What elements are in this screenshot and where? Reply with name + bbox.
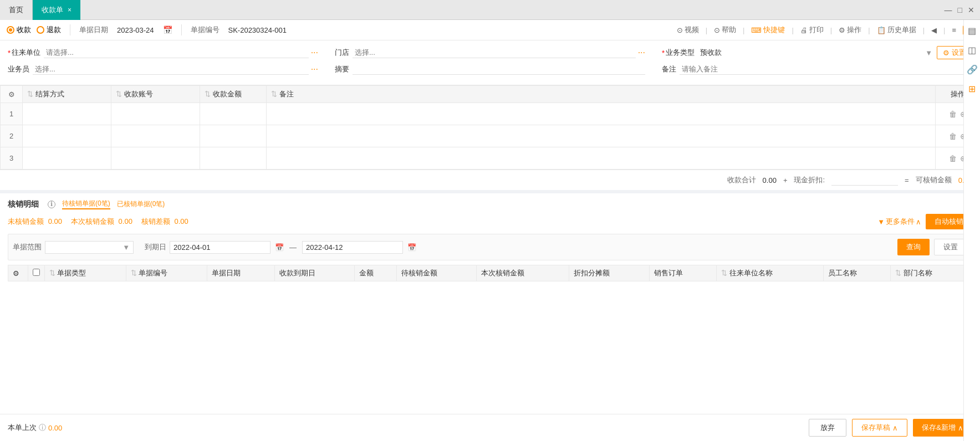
settle-cell-2[interactable]: [23, 125, 111, 147]
tab-home[interactable]: 首页: [0, 0, 33, 20]
store-input[interactable]: [353, 47, 636, 58]
done-tab[interactable]: 已核销单据(0笔): [117, 199, 165, 209]
diff-stat: 核销差额 0.00: [141, 217, 188, 227]
select-all-checkbox[interactable]: [33, 269, 40, 276]
discount-input[interactable]: [831, 175, 898, 186]
partner-more-icon[interactable]: ···: [311, 48, 318, 58]
video-btn[interactable]: ⊙ 视频: [677, 25, 699, 35]
verify-settings-btn[interactable]: 设置: [934, 239, 967, 255]
account-cell-3[interactable]: [111, 147, 200, 170]
delete-row-3-icon[interactable]: 🗑: [949, 154, 957, 163]
print-btn[interactable]: 🖨 打印: [800, 25, 824, 35]
settle-cell-1[interactable]: [23, 103, 111, 125]
receipt-table-area: ⚙ ⇅ 结算方式 ⇅ 收款账号 ⇅ 收款金额 ⇅: [0, 85, 980, 170]
unverified-stat: 未核销金额 0.00: [8, 217, 62, 227]
row-num-2: 2: [1, 125, 23, 147]
maximize-icon[interactable]: □: [958, 6, 962, 14]
settings-gear-icon: ⚙: [943, 49, 950, 57]
query-btn[interactable]: 查询: [897, 239, 930, 255]
divider1: [70, 24, 70, 35]
close-window-icon[interactable]: ✕: [968, 6, 974, 14]
history-btn[interactable]: 📋 历史单据: [877, 25, 916, 35]
tab-active[interactable]: 收款单 ×: [33, 0, 80, 20]
calendar-from-icon[interactable]: 📅: [275, 243, 284, 252]
table-settings-icon[interactable]: ⚙: [8, 90, 15, 99]
row-num-1: 1: [1, 103, 23, 125]
biz-dropdown-icon[interactable]: ▼: [925, 49, 932, 57]
remark-cell-3[interactable]: [267, 147, 936, 170]
help-btn[interactable]: ⊙ 帮助: [714, 25, 736, 35]
draft-arrow-icon: ∧: [892, 424, 898, 432]
radio-receipt[interactable]: 收款: [7, 25, 31, 35]
shortcut-btn[interactable]: ⌨ 快捷键: [751, 25, 785, 35]
calendar-icon[interactable]: 📅: [163, 25, 172, 34]
staff-input[interactable]: [33, 64, 309, 75]
remark-cell-1[interactable]: [267, 103, 936, 125]
range-field: 单据范围 ▼: [13, 241, 134, 254]
account-cell-1[interactable]: [111, 103, 200, 125]
store-label: 门店: [335, 48, 349, 58]
calendar-to-icon[interactable]: 📅: [407, 243, 416, 252]
col2-settings-header[interactable]: ⚙: [8, 265, 28, 281]
summary-label: 摘要: [335, 64, 349, 74]
col2-staff-header: 员工名称: [823, 265, 890, 281]
section-info-icon[interactable]: ℹ: [48, 201, 55, 208]
amount-cell-1[interactable]: [200, 103, 267, 125]
more-conditions-btn[interactable]: ▼ 更多条件 ∧: [877, 217, 921, 227]
stat-info-icon[interactable]: ⓘ: [39, 423, 46, 433]
form-area: * 往来单位 ··· 门店 ··· * 业务类型 预收款 ▼ ⚙ 设置: [0, 40, 980, 85]
toolbar-right: ⊙ 视频 | ⊙ 帮助 | ⌨ 快捷键 | 🖨 打印 | ⚙ 操作: [677, 25, 973, 35]
range-select[interactable]: ▼: [45, 241, 134, 254]
remarks-input[interactable]: [680, 64, 972, 75]
plus-sign: +: [783, 176, 788, 184]
sidebar-expand-icon[interactable]: ⊞: [968, 84, 976, 94]
nav-prev-icon[interactable]: ◀: [931, 26, 937, 34]
pending-tab[interactable]: 待核销单据(0笔): [62, 199, 110, 209]
save-draft-btn[interactable]: 保存草稿 ∧: [852, 419, 907, 437]
remark-cell-2[interactable]: [267, 125, 936, 147]
save-new-arrow-icon: ∧: [958, 424, 963, 432]
col-amount-header: ⇅ 收款金额: [200, 86, 267, 103]
row-num-3: 3: [1, 147, 23, 170]
delete-row-2-icon[interactable]: 🗑: [949, 132, 957, 141]
col-settings-header[interactable]: ⚙: [1, 86, 23, 103]
remarks-label: 备注: [662, 64, 676, 74]
table2-settings-icon[interactable]: ⚙: [13, 269, 19, 278]
partner-input[interactable]: [44, 47, 309, 58]
date-from-input[interactable]: [170, 241, 270, 254]
col2-number-header: ⇅ 单据编号: [126, 265, 207, 281]
store-more-icon[interactable]: ···: [638, 48, 645, 58]
range-label: 单据范围: [13, 242, 42, 252]
search-actions: 查询 设置: [897, 239, 967, 255]
amount-cell-2[interactable]: [200, 125, 267, 147]
abandon-btn[interactable]: 放弃: [809, 419, 846, 437]
tab-home-label: 首页: [9, 5, 23, 15]
partner-field: * 往来单位 ···: [8, 47, 318, 58]
print-icon: 🖨: [800, 26, 808, 34]
delete-row-1-icon[interactable]: 🗑: [949, 110, 957, 119]
date-separator: —: [289, 243, 297, 252]
sidebar-sheet-icon[interactable]: ◫: [968, 45, 976, 55]
sidebar-link-icon[interactable]: 🔗: [967, 64, 978, 75]
account-cell-2[interactable]: [111, 125, 200, 147]
video-icon: ⊙: [677, 26, 683, 34]
col2-discount-header: 折扣分摊额: [569, 265, 649, 281]
divider2: [181, 24, 182, 35]
amount-cell-3[interactable]: [200, 147, 267, 170]
summary-input[interactable]: [353, 64, 645, 75]
radio-refund[interactable]: 退款: [37, 25, 61, 35]
col2-checkbox-header: [28, 265, 45, 281]
sort-t2-1: ⇅: [49, 269, 55, 277]
operation-btn[interactable]: ⚙ 操作: [839, 25, 861, 35]
sidebar-table-icon[interactable]: ▤: [968, 25, 976, 36]
settle-cell-3[interactable]: [23, 147, 111, 170]
number-value[interactable]: SK-20230324-001: [228, 26, 287, 34]
tab-close-icon[interactable]: ×: [68, 6, 72, 14]
date-value[interactable]: 2023-03-24: [117, 26, 154, 34]
date-to-input[interactable]: [302, 241, 403, 254]
staff-more-icon[interactable]: ···: [311, 64, 318, 74]
radio-receipt-label: 收款: [17, 25, 31, 35]
minimize-icon[interactable]: —: [945, 6, 952, 14]
view-list-icon[interactable]: ≡: [952, 26, 956, 34]
radio-refund-label: 退款: [47, 25, 61, 35]
